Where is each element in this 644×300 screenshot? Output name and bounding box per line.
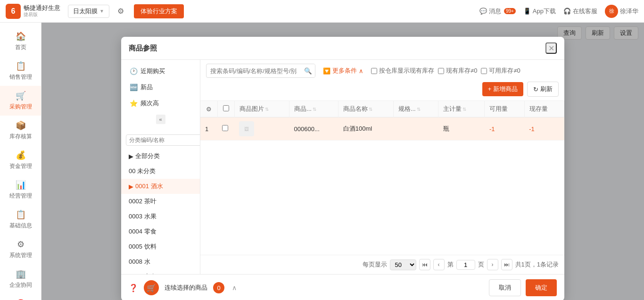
service-button[interactable]: 🎧 在线客服 <box>563 7 597 16</box>
sidebar: 🏠 首页 📋 销售管理 🛒 采购管理 📦 库存核算 💰 资金管理 📊 经营管理 … <box>0 23 41 300</box>
tab-new-products[interactable]: 🆕 新品 <box>125 80 196 95</box>
sidebar-item-sales[interactable]: 📋 销售管理 <box>0 56 41 86</box>
category-0001[interactable]: ▶ 0001 酒水 <box>121 179 200 194</box>
sidebar-label-home: 首页 <box>15 43 26 51</box>
trial-button[interactable]: 体验行业方案 <box>134 4 184 18</box>
app-label: App下载 <box>533 7 556 16</box>
sidebar-item-operation[interactable]: 📊 经营管理 <box>0 175 41 205</box>
table-header-row: ⚙ 商品图片 ⇅ <box>200 101 564 117</box>
filter-button[interactable]: 🔽 更多条件 ∧ <box>319 65 367 77</box>
refresh-button[interactable]: ↻ 刷新 <box>527 82 559 97</box>
page-next-button[interactable]: › <box>487 259 498 270</box>
th-name: 商品名称 ⇅ <box>339 101 394 117</box>
app-download-button[interactable]: 📱 App下载 <box>523 7 556 16</box>
category-00-label: 00 未分类 <box>129 167 156 175</box>
checkbox-available-input[interactable] <box>481 68 487 74</box>
logo-area: 6 畅捷通好生意 捷易版 <box>6 4 60 19</box>
user-name: 徐泽华 <box>620 7 638 16</box>
checkbox-available-nonzero[interactable]: 可用库存≠0 <box>481 67 520 75</box>
per-page-select[interactable]: 50 10 20 100 <box>390 259 416 270</box>
page-prev-button[interactable]: ‹ <box>433 259 445 270</box>
system-icon: ⚙ <box>17 239 25 250</box>
collapse-footer-icon[interactable]: ∧ <box>232 284 237 292</box>
sidebar-item-purchase[interactable]: 🛒 采购管理 <box>0 86 41 116</box>
dialog-footer: ❓ 🛒 连续选择的商品 0 ∧ 取消 确定 <box>121 274 564 300</box>
sort-icon-image: ⇅ <box>265 107 269 112</box>
th-stock-label: 现存量 <box>529 105 548 112</box>
settings-col-icon[interactable]: ⚙ <box>206 106 212 113</box>
store-selector[interactable]: 日太阳膜 ▼ <box>68 5 109 18</box>
clock-icon: 🕐 <box>130 67 138 75</box>
category-0010[interactable]: 0010 家电 <box>121 269 200 274</box>
td-spec <box>393 117 438 141</box>
headset-icon: 🎧 <box>563 8 571 15</box>
expand-icon: ▶ <box>129 153 133 160</box>
category-all[interactable]: ▶ 全部分类 <box>121 149 200 164</box>
sidebar-item-guide[interactable]: 🎯 新手引导 <box>0 294 41 300</box>
product-search-input[interactable] <box>206 67 301 75</box>
add-product-button[interactable]: + 新增商品 <box>482 82 523 96</box>
th-image-label: 商品图片 <box>239 105 264 113</box>
main-layout: 🏠 首页 📋 销售管理 🛒 采购管理 📦 库存核算 💰 资金管理 📊 经营管理 … <box>0 23 644 300</box>
home-icon: 🏠 <box>16 31 26 42</box>
footer-actions: 取消 确定 <box>489 279 557 296</box>
product-reference-dialog: 商品参照 ✕ 🕐 近期购买 🆕 新品 <box>121 37 564 300</box>
th-available: 可用量 <box>485 101 524 117</box>
category-0008[interactable]: 0008 水 <box>121 254 200 269</box>
cart-button[interactable]: 🛒 <box>144 280 159 295</box>
collapse-button[interactable]: « <box>156 115 165 124</box>
category-0005[interactable]: 0005 饮料 <box>121 239 200 254</box>
page-number-input[interactable] <box>456 260 475 270</box>
logo-sub: 捷易版 <box>24 11 60 18</box>
td-check <box>217 117 234 141</box>
message-label: 消息 <box>489 7 501 16</box>
category-0003[interactable]: 0003 水果 <box>121 209 200 224</box>
checkbox-stock-input[interactable] <box>438 68 444 74</box>
table-row[interactable]: 1 🖼 <box>200 117 564 141</box>
checkbox-by-warehouse[interactable]: 按仓库显示现有库存 <box>371 67 434 75</box>
row-checkbox[interactable] <box>222 125 228 131</box>
checkbox-warehouse-label: 按仓库显示现有库存 <box>379 67 434 75</box>
per-page-label: 每页显示 <box>363 260 387 269</box>
sidebar-item-home[interactable]: 🏠 首页 <box>0 26 41 56</box>
product-search-button[interactable]: 🔍 <box>301 64 315 78</box>
right-panel: 🔍 🔽 更多条件 ∧ 按仓库显示现有库存 <box>200 60 564 274</box>
category-search-input[interactable] <box>126 134 200 146</box>
cancel-button[interactable]: 取消 <box>489 279 521 296</box>
checkbox-stock-nonzero[interactable]: 现有库存≠0 <box>438 67 477 75</box>
filter-label: 更多条件 <box>332 67 357 75</box>
checkbox-warehouse-input[interactable] <box>371 68 377 74</box>
sidebar-item-basic[interactable]: 📋 基础信息 <box>0 205 41 234</box>
th-settings: ⚙ <box>200 101 217 117</box>
pagination-bar: 每页显示 50 10 20 100 ⏮ ‹ 第 页 › ⏭ <box>200 255 564 274</box>
sidebar-item-finance[interactable]: 💰 资金管理 <box>0 145 41 175</box>
sidebar-label-system: 系统管理 <box>9 251 32 259</box>
sidebar-label-finance: 资金管理 <box>9 162 32 170</box>
th-unit: 主计量 ⇅ <box>438 101 485 117</box>
user-profile[interactable]: 徐 徐泽华 <box>605 5 638 18</box>
category-0008-label: 0008 水 <box>129 258 150 266</box>
td-available: -1 <box>485 117 524 141</box>
messages-button[interactable]: 💬 消息 99+ <box>479 7 516 16</box>
page-first-button[interactable]: ⏮ <box>419 259 430 270</box>
select-all-checkbox[interactable] <box>223 105 229 111</box>
category-0004[interactable]: 0004 零食 <box>121 224 200 239</box>
sort-icon-unit: ⇅ <box>462 107 466 112</box>
category-0002[interactable]: 0002 茶叶 <box>121 194 200 209</box>
dialog-header: 商品参照 ✕ <box>121 37 564 60</box>
sidebar-item-enterprise[interactable]: 🏢 企业协同 <box>0 264 41 294</box>
th-code: 商品... ⇅ <box>289 101 339 117</box>
tab-frequent[interactable]: ⭐ 频次高 <box>125 96 196 111</box>
dialog-close-button[interactable]: ✕ <box>545 42 557 54</box>
tab-recent-purchase[interactable]: 🕐 近期购买 <box>125 64 196 79</box>
logo-icon: 6 <box>6 4 21 19</box>
confirm-button[interactable]: 确定 <box>526 279 557 296</box>
sidebar-item-inventory[interactable]: 📦 库存核算 <box>0 116 41 145</box>
sidebar-item-system[interactable]: ⚙ 系统管理 <box>0 234 41 264</box>
category-00[interactable]: 00 未分类 <box>121 164 200 179</box>
category-0004-label: 0004 零食 <box>129 227 157 236</box>
help-icon[interactable]: ❓ <box>129 283 138 292</box>
gear-icon[interactable]: ⚙ <box>113 4 128 19</box>
image-placeholder-icon: 🖼 <box>244 126 249 132</box>
page-last-button[interactable]: ⏭ <box>501 259 512 270</box>
